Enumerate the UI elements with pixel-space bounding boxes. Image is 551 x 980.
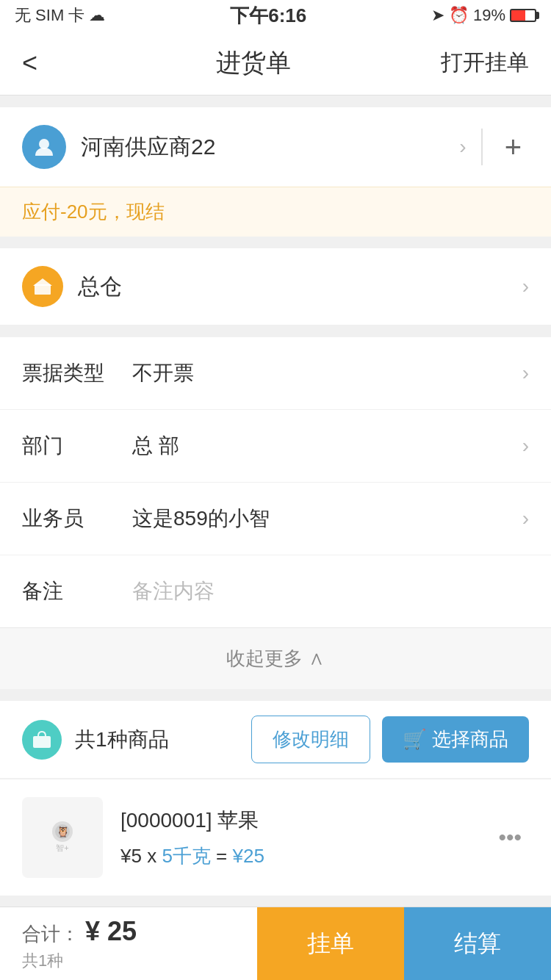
supplier-notice: 应付-20元，现结 — [0, 187, 551, 237]
cart-icon: 🛒 — [403, 728, 426, 751]
select-product-label: 选择商品 — [432, 727, 508, 752]
warehouse-arrow-icon: › — [522, 275, 529, 298]
remark-input[interactable]: 备注内容 — [132, 577, 529, 605]
warehouse-row[interactable]: 总仓 › — [0, 248, 551, 325]
department-row[interactable]: 部门 总 部 › — [0, 409, 551, 482]
battery-icon — [510, 9, 536, 22]
open-pending-button[interactable]: 打开挂单 — [441, 48, 529, 78]
summary-area: 合计： ¥ 25 共1种 — [0, 916, 257, 972]
warehouse-icon — [22, 266, 63, 307]
supplier-avatar — [22, 125, 66, 169]
svg-point-0 — [39, 139, 49, 149]
checkout-button[interactable]: 结算 — [404, 907, 551, 981]
products-section: 共1种商品 修改明细 🛒 选择商品 智+ 🦉 [0000001] 苹果 ¥5 x — [0, 701, 551, 896]
collapse-button[interactable]: 收起更多 ∧ — [0, 627, 551, 689]
add-supplier-button[interactable]: + — [497, 131, 529, 164]
nav-bar: < 进货单 打开挂单 — [0, 31, 551, 96]
remark-label: 备注 — [22, 577, 118, 605]
form-section: 票据类型 不开票 › 部门 总 部 › 业务员 这是859的小智 › 备注 备注… — [0, 336, 551, 689]
product-price-row: ¥5 x 5千克 = ¥25 — [120, 843, 491, 869]
page-title: 进货单 — [66, 46, 441, 80]
modify-detail-button[interactable]: 修改明细 — [251, 716, 370, 763]
product-qty: 5千克 — [162, 845, 210, 867]
products-header: 共1种商品 修改明细 🛒 选择商品 — [0, 701, 551, 779]
product-title: 苹果 — [217, 809, 259, 832]
product-item: 智+ 🦉 [0000001] 苹果 ¥5 x 5千克 = ¥25 ••• — [0, 779, 551, 896]
product-name: [0000001] 苹果 — [120, 807, 491, 835]
back-button[interactable]: < — [22, 48, 66, 79]
invoice-arrow-icon: › — [522, 361, 529, 385]
summary-total: 合计： ¥ 25 — [22, 916, 235, 947]
status-left: 无 SIM 卡 ☁ — [15, 4, 105, 26]
svg-text:🦉: 🦉 — [57, 826, 70, 838]
product-thumbnail: 智+ 🦉 — [22, 797, 103, 878]
supplier-row[interactable]: 河南供应商22 › + — [0, 107, 551, 187]
summary-sub: 共1种 — [22, 950, 235, 972]
status-right: ➤ ⏰ 19% — [431, 6, 536, 25]
invoice-type-value: 不开票 — [132, 359, 522, 387]
svg-marker-2 — [33, 278, 52, 286]
invoice-type-label: 票据类型 — [22, 359, 118, 387]
product-total: ¥25 — [233, 845, 264, 867]
location-icon: ➤ — [431, 6, 444, 25]
salesperson-arrow-icon: › — [522, 507, 529, 530]
products-icon — [22, 720, 62, 760]
svg-rect-3 — [33, 736, 51, 748]
product-more-button[interactable]: ••• — [491, 825, 529, 850]
select-product-button[interactable]: 🛒 选择商品 — [382, 716, 529, 763]
multiply-sign: x — [147, 845, 162, 867]
equals-sign: = — [216, 845, 232, 867]
total-amount: ¥ 25 — [85, 916, 137, 947]
department-value: 总 部 — [132, 432, 522, 460]
department-label: 部门 — [22, 432, 118, 460]
total-label: 合计： — [22, 921, 79, 947]
bottom-bar: 合计： ¥ 25 共1种 挂单 结算 — [0, 907, 551, 980]
warehouse-section[interactable]: 总仓 › — [0, 248, 551, 325]
supplier-name: 河南供应商22 — [81, 132, 459, 162]
battery-label: 19% — [473, 6, 505, 25]
supplier-arrow-icon: › — [459, 135, 466, 159]
product-code: [0000001] — [120, 809, 212, 832]
salesperson-label: 业务员 — [22, 505, 118, 533]
invoice-type-row[interactable]: 票据类型 不开票 › — [0, 336, 551, 409]
sim-signal-label: 无 SIM 卡 ☁ — [15, 4, 105, 26]
warehouse-name: 总仓 — [78, 272, 522, 302]
salesperson-value: 这是859的小智 — [132, 505, 522, 533]
product-unit-price: ¥5 — [120, 845, 142, 867]
alarm-icon: ⏰ — [449, 6, 469, 25]
department-arrow-icon: › — [522, 434, 529, 458]
product-info: [0000001] 苹果 ¥5 x 5千克 = ¥25 — [120, 807, 491, 869]
products-count: 共1种商品 — [75, 726, 251, 754]
svg-text:智+: 智+ — [56, 843, 68, 852]
hang-order-button[interactable]: 挂单 — [257, 907, 404, 981]
remark-row[interactable]: 备注 备注内容 — [0, 555, 551, 627]
supplier-divider — [481, 129, 483, 165]
supplier-section: 河南供应商22 › + 应付-20元，现结 — [0, 107, 551, 237]
status-time: 下午6:16 — [230, 3, 306, 29]
salesperson-row[interactable]: 业务员 这是859的小智 › — [0, 482, 551, 555]
status-bar: 无 SIM 卡 ☁ 下午6:16 ➤ ⏰ 19% — [0, 0, 551, 31]
svg-rect-1 — [35, 284, 51, 295]
